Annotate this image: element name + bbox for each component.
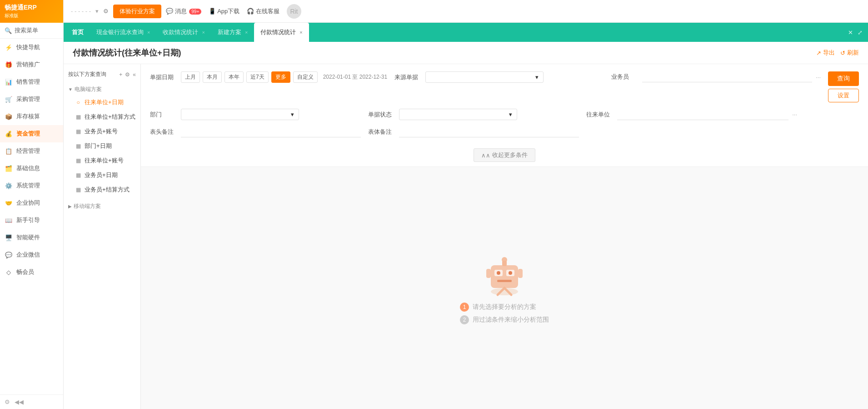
gear-icon[interactable]: ⚙ [103,8,109,15]
scheme-item-label-2: 业务员+账号 [85,127,118,136]
date-btn-lastmonth[interactable]: 上月 [181,71,200,83]
voucher-status-label: 单据状态 [368,111,395,119]
notifications-btn[interactable]: 💬 消息 99+ [166,7,201,15]
sidebar-item-finance[interactable]: 💰资金管理 [0,125,63,142]
scheme-panel-title: 按以下方案查询 [68,71,106,78]
date-btn-thisyear[interactable]: 本年 [224,71,244,83]
scheme-collapse-btn[interactable]: « [133,71,136,78]
sidebar-item-marketing[interactable]: 🎁营销推广 [0,56,63,73]
scheme-panel-header: 按以下方案查询 + ⚙ « [64,69,140,82]
sidebar-item-basicinfo[interactable]: 🗂️基础信息 [0,160,63,177]
scheme-item-3[interactable]: ▦部门+日期 [64,139,140,153]
scheme-item-0[interactable]: ○往来单位+日期 [64,95,140,110]
collapse-btn[interactable]: ∧∧ 收起更多条件 [474,148,535,162]
scheme-item-5[interactable]: ▦业务员+日期 [64,168,140,182]
source-select[interactable]: ▾ [425,71,544,83]
dropdown-icon[interactable]: ▾ [95,8,99,15]
scheme-item-1[interactable]: ▦往来单位+结算方式 [64,110,140,124]
sidebar-icon-vip: ◇ [5,268,13,276]
sidebar-item-hardware[interactable]: 🖥️智能硬件 [0,229,63,246]
sidebar-search-label: 搜索菜单 [15,26,38,35]
app-download-btn[interactable]: 📱 App下载 [209,7,239,15]
scheme-group-desktop-title[interactable]: ▼ 电脑端方案 [64,84,140,95]
refresh-icon: ↺ [840,50,845,56]
scheme-item-label-1: 往来单位+结算方式 [85,113,135,121]
date-btn-thismonth[interactable]: 本月 [203,71,222,83]
source-dropdown-icon: ▾ [535,74,539,81]
sidebar-label-sales: 销售管理 [16,78,40,86]
refresh-btn[interactable]: ↺ 刷新 [840,49,859,57]
counterpart-dots-btn[interactable]: ··· [792,111,797,118]
scheme-item-icon-6: ▦ [75,186,82,193]
notification-badge: 99+ [189,9,201,15]
header-note-input[interactable] [181,126,361,137]
scheme-panel-actions: + ⚙ « [119,71,136,78]
tab-bank[interactable]: 现金银行流水查询 × [90,23,156,42]
trial-btn[interactable]: 体验行业方案 [113,5,161,18]
settings-btn[interactable]: 设置 [828,89,859,102]
salesperson-dots-btn[interactable]: ··· [816,74,821,81]
tab-new-plan-close[interactable]: × [245,30,248,35]
settings-icon[interactable]: ⚙ [5,399,10,405]
sidebar-item-search[interactable]: 🔍 搜索菜单 [0,23,63,39]
scheme-add-btn[interactable]: + [119,71,122,78]
online-service-btn[interactable]: 🎧 在线客服 [247,7,279,15]
sidebar-icon-sales: 📊 [5,78,13,86]
sidebar-label-basicinfo: 基础信息 [16,164,40,172]
tab-home[interactable]: 首页 [65,23,90,42]
sidebar-item-system[interactable]: ⚙️系统管理 [0,177,63,194]
tab-receipt[interactable]: 收款情况统计 × [156,23,211,42]
sidebar-item-cooperate[interactable]: 🤝企业协同 [0,194,63,212]
dept-select[interactable]: ▾ [181,109,299,120]
date-btn-more[interactable]: 更多 [271,71,290,83]
sidebar-item-operations[interactable]: 📋经营管理 [0,142,63,160]
sidebar-icon-cooperate: 🤝 [5,199,13,207]
right-panel: 单据日期 上月 本月 本年 近7天 更多 自定义 2022-01-01 至 20… [141,64,868,409]
scheme-item-2[interactable]: ▦业务员+账号 [64,124,140,139]
scheme-group-mobile-title[interactable]: ▶ 移动端方案 [64,201,140,212]
counterpart-input[interactable] [617,109,788,120]
collapse-icon: ∧∧ [481,152,490,159]
tab-expand-icon[interactable]: ⤢ [858,29,863,36]
scheme-settings-btn[interactable]: ⚙ [125,71,130,78]
content-area: 付款情况统计(往来单位+日期) ↗ 导出 ↺ 刷新 按以下方案查询 + [64,42,868,409]
tab-new-plan[interactable]: 新建方案 × [211,23,254,42]
tab-payment-close[interactable]: × [299,30,302,35]
tab-close-all-icon[interactable]: ✕ [848,29,853,36]
query-btn[interactable]: 查询 [828,71,859,86]
tab-receipt-close[interactable]: × [202,30,205,35]
empty-text: 1 请先选择要分析的方案 2 用过滤条件来缩小分析范围 [460,303,549,324]
tab-bank-close[interactable]: × [147,30,150,35]
salesperson-input[interactable] [642,71,812,82]
sidebar-icon-quicknav: ⚡ [5,43,13,51]
scheme-item-4[interactable]: ▦往来单位+账号 [64,153,140,168]
body-note-input[interactable] [399,126,579,137]
export-btn[interactable]: ↗ 导出 [816,49,835,57]
scheme-group-mobile: ▶ 移动端方案 [64,199,140,214]
sidebar-label-vip: 畅会员 [16,268,34,276]
sidebar-item-wechat[interactable]: 💬企业微信 [0,246,63,263]
refresh-label: 刷新 [847,49,859,57]
filter-row-3: 表头备注 表体备注 [150,126,859,137]
collapse-sidebar-icon[interactable]: ◀◀ [15,399,24,405]
sidebar-item-purchase[interactable]: 🛒采购管理 [0,91,63,108]
sidebar-item-sales[interactable]: 📊销售管理 [0,73,63,91]
date-btn-custom[interactable]: 自定义 [293,71,318,83]
export-label: 导出 [823,49,835,57]
source-filter-col: 来源单据 ▾ [394,71,604,83]
sidebar-label-operations: 经营管理 [16,147,40,155]
sidebar-item-guide[interactable]: 📖新手引导 [0,212,63,229]
voucher-status-select[interactable]: ▾ [399,109,517,120]
date-btn-7days[interactable]: 近7天 [246,71,269,83]
sidebar-item-inventory[interactable]: 📦库存核算 [0,108,63,125]
step2-text: 用过滤条件来缩小分析范围 [473,316,549,324]
counterpart-label: 往来单位 [586,111,614,119]
scheme-item-6[interactable]: ▦业务员+结算方式 [64,182,140,197]
svg-rect-10 [518,269,523,278]
data-area: 1 请先选择要分析的方案 2 用过滤条件来缩小分析范围 [141,167,868,409]
search-icon: 🔍 [5,27,12,34]
sidebar-item-vip[interactable]: ◇畅会员 [0,263,63,281]
sidebar-item-quicknav[interactable]: ⚡快捷导航 [0,39,63,56]
tab-payment[interactable]: 付款情况统计 × [254,23,309,42]
avatar[interactable]: Rit [287,4,301,19]
